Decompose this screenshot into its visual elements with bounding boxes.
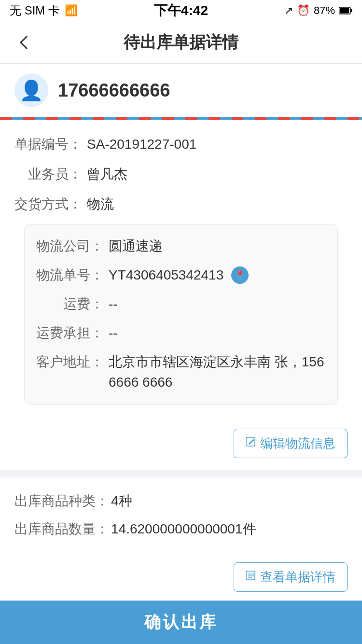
address-row: 客户地址： 北京市市辖区海淀区永丰南 张，156 6666 6666 — [36, 352, 326, 392]
location-pin-icon: 📍 — [235, 269, 245, 282]
goods-quantity-label: 出库商品数量： — [14, 520, 111, 538]
order-number-value: SA-20191227-001 — [82, 134, 348, 154]
goods-section: 出库商品种类： 4种 出库商品数量： 14.620000000000001件 — [0, 477, 362, 558]
back-button[interactable] — [14, 30, 39, 55]
address-value: 北京市市辖区海淀区永丰南 张，156 6666 6666 — [104, 352, 326, 392]
logistics-company-row: 物流公司： 圆通速递 — [36, 236, 326, 256]
alarm-status-icon: ⏰ — [297, 4, 310, 17]
avatar-icon: 👤 — [19, 79, 43, 102]
logistics-company-label: 物流公司： — [36, 236, 104, 256]
freight-bear-value: -- — [104, 323, 326, 343]
wifi-icon: 📶 — [65, 4, 78, 17]
svg-rect-2 — [339, 8, 349, 14]
edit-logistics-button[interactable]: 编辑物流信息 — [234, 429, 348, 458]
goods-types-row: 出库商品种类： 4种 — [14, 492, 348, 510]
confirm-button-area[interactable]: 确认出库 — [0, 601, 362, 644]
view-detail-button[interactable]: 查看单据详情 — [234, 562, 348, 592]
status-bar: 无 SIM 卡 📶 下午4:42 ↗ ⏰ 87% — [0, 0, 362, 21]
order-number-label: 单据编号： — [14, 134, 82, 154]
page-title: 待出库单据详情 — [124, 31, 238, 54]
status-right: ↗ ⏰ 87% — [284, 4, 352, 17]
order-info-section: 单据编号： SA-20191227-001 业务员： 曾凡杰 交货方式： 物流 … — [0, 120, 362, 419]
goods-quantity-row: 出库商品数量： 14.620000000000001件 — [14, 520, 348, 538]
freight-bear-row: 运费承担： -- — [36, 323, 326, 343]
agent-value: 曾凡杰 — [82, 164, 348, 184]
nav-bar: 待出库单据详情 — [0, 21, 362, 64]
tracking-label: 物流单号： — [36, 265, 104, 285]
battery-level: 87% — [314, 4, 335, 17]
agent-label: 业务员： — [14, 164, 82, 184]
customer-phone: 17666666666 — [58, 80, 170, 101]
order-number-row: 单据编号： SA-20191227-001 — [14, 134, 348, 154]
view-detail-area: 查看单据详情 — [0, 558, 362, 603]
avatar: 👤 — [14, 73, 48, 107]
svg-rect-4 — [246, 571, 255, 580]
status-time: 下午4:42 — [154, 1, 208, 20]
goods-quantity-value: 14.620000000000001件 — [111, 520, 256, 538]
edit-logistics-area: 编辑物流信息 — [0, 419, 362, 470]
tracking-value-group: YT43064053424​13 📍 — [104, 265, 326, 285]
address-label: 客户地址： — [36, 352, 104, 372]
svg-rect-1 — [350, 9, 352, 12]
agent-row: 业务员： 曾凡杰 — [14, 164, 348, 184]
view-detail-icon — [246, 570, 256, 585]
goods-types-value: 4种 — [111, 492, 132, 510]
freight-row: 运费： -- — [36, 294, 326, 314]
edit-icon — [246, 437, 256, 450]
delivery-row: 交货方式： 物流 — [14, 194, 348, 214]
delivery-value: 物流 — [82, 194, 348, 214]
logistics-company-value: 圆通速递 — [104, 236, 326, 256]
freight-bear-label: 运费承担： — [36, 323, 104, 343]
goods-types-label: 出库商品种类： — [14, 492, 111, 510]
confirm-button-label: 确认出库 — [144, 611, 218, 633]
location-status-icon: ↗ — [284, 4, 293, 17]
sim-label: 无 SIM 卡 — [10, 3, 60, 18]
logistics-card: 物流公司： 圆通速递 物流单号： YT43064053424​13 📍 运费： … — [24, 224, 338, 405]
track-location-button[interactable]: 📍 — [231, 266, 249, 284]
section-divider-1 — [0, 470, 362, 477]
freight-value: -- — [104, 294, 326, 314]
edit-logistics-label: 编辑物流信息 — [260, 435, 335, 452]
battery-icon — [339, 7, 352, 14]
delivery-label: 交货方式： — [14, 194, 82, 214]
view-detail-label: 查看单据详情 — [260, 569, 335, 586]
freight-label: 运费： — [36, 294, 104, 314]
customer-header: 👤 17666666666 — [0, 64, 362, 117]
status-left: 无 SIM 卡 📶 — [10, 3, 78, 18]
tracking-row: 物流单号： YT43064053424​13 📍 — [36, 265, 326, 285]
back-arrow-icon — [20, 35, 33, 49]
tracking-number: YT43064053424​13 — [109, 265, 223, 285]
